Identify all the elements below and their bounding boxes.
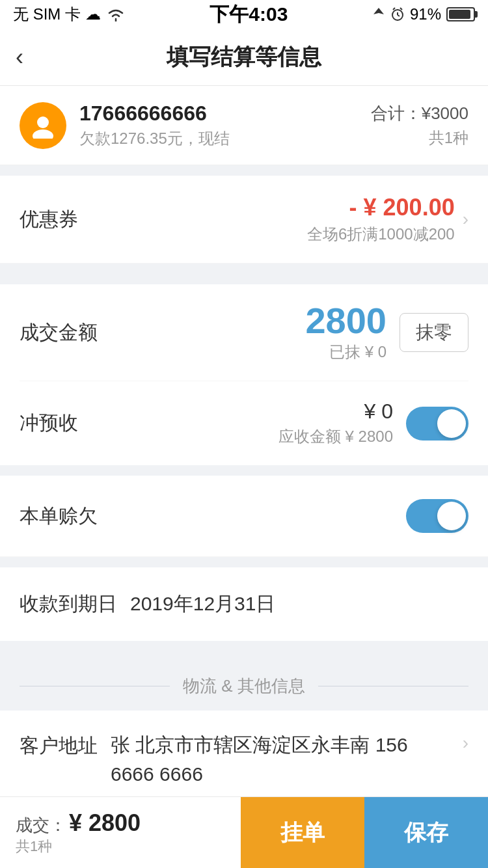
svg-point-6 [33, 129, 53, 139]
wifi-icon [106, 7, 126, 21]
hang-order-button[interactable]: 挂单 [241, 797, 364, 868]
round-zero-button[interactable]: 抹零 [400, 313, 468, 352]
coupon-right: - ¥ 200.00 全场6折满1000减200 › [307, 194, 468, 245]
amount-value-box: 2800 已抹 ¥ 0 [305, 303, 386, 362]
item-count: 共1种 [371, 128, 468, 148]
amount-value-group: 2800 已抹 ¥ 0 抹零 [305, 303, 468, 362]
time-display: 下午4:03 [210, 1, 288, 28]
svg-line-4 [400, 8, 402, 10]
user-sub: 欠款1276.35元，现结 [79, 128, 230, 149]
due-date-value: 2019年12月31日 [130, 591, 275, 617]
bottom-count: 共1种 [16, 837, 225, 856]
logistics-line-left [20, 686, 170, 686]
no-sim-label: 无 SIM 卡 ☁ [13, 4, 101, 25]
user-info-row: 17666666666 欠款1276.35元，现结 合计：¥3000 共1种 [0, 86, 488, 165]
user-phone: 17666666666 [79, 102, 230, 126]
credit-toggle-knob [437, 502, 466, 530]
page-title: 填写结算等信息 [167, 42, 321, 72]
user-info-text: 17666666666 欠款1276.35元，现结 [79, 102, 230, 149]
back-button[interactable]: ‹ [16, 44, 23, 71]
coupon-row[interactable]: 优惠券 - ¥ 200.00 全场6折满1000减200 › [0, 176, 488, 264]
prepay-toggle[interactable] [406, 407, 468, 441]
address-chevron-icon: › [463, 730, 468, 753]
alarm-icon [390, 7, 405, 21]
deal-amount-row: 成交金额 2800 已抹 ¥ 0 抹零 [20, 284, 468, 381]
amount-sub: 已抹 ¥ 0 [305, 342, 386, 362]
prepay-row: 冲预收 ¥ 0 应收金额 ¥ 2800 [20, 381, 468, 465]
content-area: 17666666666 欠款1276.35元，现结 合计：¥3000 共1种 优… [0, 86, 488, 868]
address-row[interactable]: 客户地址 张 北京市市辖区海淀区永丰南 156 6666 6666 › [0, 711, 488, 809]
chevron-right-icon: › [463, 209, 468, 230]
coupon-desc: 全场6折满1000减200 [307, 224, 455, 245]
section-separator-3 [0, 651, 488, 662]
address-label: 客户地址 [20, 730, 98, 759]
bottom-deal-label: 成交： [16, 814, 66, 837]
avatar [20, 102, 66, 149]
battery-percent: 91% [410, 5, 441, 23]
save-button[interactable]: 保存 [364, 797, 488, 868]
credit-row: 本单赊欠 [0, 476, 488, 557]
status-right: 91% [372, 5, 475, 23]
logistics-line-right [318, 686, 468, 686]
battery-fill [449, 10, 470, 19]
svg-point-5 [37, 116, 49, 128]
bottom-summary: 成交： ¥ 2800 共1种 [0, 797, 241, 868]
due-date-row: 收款到期日 2019年12月31日 [0, 567, 488, 641]
prepay-sub: 应收金额 ¥ 2800 [278, 426, 393, 447]
amount-number: 2800 [305, 303, 386, 339]
prepay-label: 冲预收 [20, 410, 78, 437]
coupon-discount: - ¥ 200.00 [307, 194, 455, 221]
logistics-separator: 物流 & 其他信息 [0, 662, 488, 711]
user-right: 合计：¥3000 共1种 [371, 102, 468, 148]
battery-icon [446, 7, 475, 21]
bottom-bar: 成交： ¥ 2800 共1种 挂单 保存 [0, 796, 488, 868]
coupon-info: - ¥ 200.00 全场6折满1000减200 [307, 194, 455, 245]
due-date-label: 收款到期日 [20, 591, 117, 617]
section-separator-2 [0, 465, 488, 476]
user-left: 17666666666 欠款1276.35元，现结 [20, 102, 230, 149]
coupon-label: 优惠券 [20, 206, 78, 233]
amount-section: 成交金额 2800 已抹 ¥ 0 抹零 冲预收 ¥ 0 应收金额 ¥ 2800 [0, 284, 488, 465]
prepay-right: ¥ 0 应收金额 ¥ 2800 [278, 400, 468, 447]
total-label: 合计：¥3000 [371, 102, 468, 125]
prepay-values: ¥ 0 应收金额 ¥ 2800 [278, 400, 393, 447]
deal-amount-label: 成交金额 [20, 319, 98, 346]
prepay-amount: ¥ 0 [278, 400, 393, 424]
credit-label: 本单赊欠 [20, 503, 98, 530]
section-separator-1 [0, 274, 488, 284]
toggle-knob [437, 409, 466, 438]
address-value: 张 北京市市辖区海淀区永丰南 156 6666 6666 [111, 730, 456, 789]
credit-toggle[interactable] [406, 499, 468, 533]
location-icon [372, 7, 385, 22]
logistics-label: 物流 & 其他信息 [170, 675, 318, 698]
nav-bar: ‹ 填写结算等信息 [0, 29, 488, 86]
status-bar: 无 SIM 卡 ☁ 下午4:03 91% [0, 0, 488, 29]
status-left: 无 SIM 卡 ☁ [13, 4, 126, 25]
svg-line-2 [398, 15, 400, 16]
bottom-amount: ¥ 2800 [69, 809, 141, 837]
svg-line-3 [393, 8, 395, 10]
